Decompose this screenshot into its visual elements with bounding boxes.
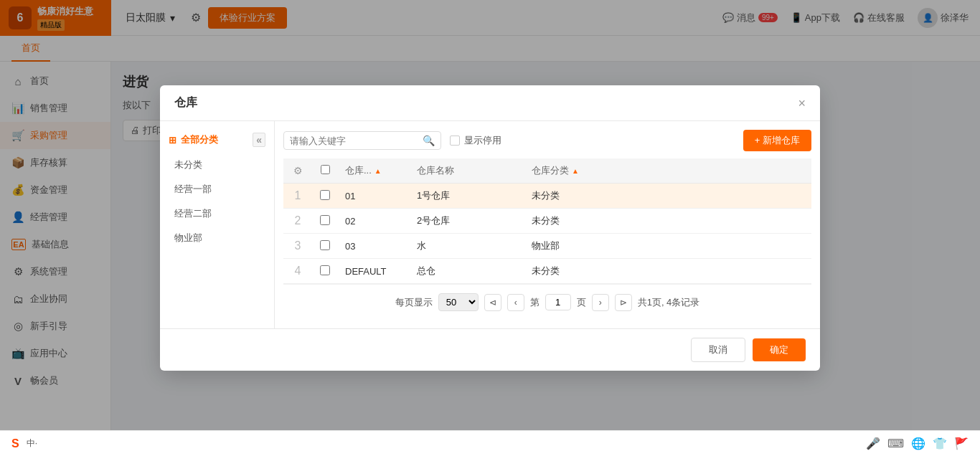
modal-header: 仓库 ×	[160, 85, 820, 121]
row-category: 未分类	[524, 209, 811, 234]
show-disabled-label: 显示停用	[464, 134, 501, 147]
row-category: 未分类	[524, 259, 811, 284]
row-name: 2号仓库	[410, 209, 524, 234]
row-action[interactable]: 4	[283, 259, 312, 284]
row-code: 03	[338, 234, 410, 259]
category-item-ops2[interactable]: 经营二部	[160, 201, 274, 226]
row-checkbox-cell	[312, 209, 338, 234]
category-all-label: 全部分类	[181, 133, 218, 146]
table-wrapper: ⚙ 仓库...▲ 仓库名称 仓库分类▲	[283, 158, 811, 284]
row-category: 物业部	[524, 234, 811, 259]
pagination: 每页显示 50 20 100 ⊲ ‹ 第 页 › ⊳ 共1页, 4条记录	[283, 284, 811, 320]
row-select-checkbox[interactable]	[320, 265, 330, 275]
row-select-checkbox[interactable]	[320, 215, 330, 225]
search-box: 🔍	[283, 131, 441, 150]
warehouse-table: ⚙ 仓库...▲ 仓库名称 仓库分类▲	[283, 158, 811, 284]
row-action[interactable]: 2	[283, 209, 312, 234]
table-toolbar-left: 🔍 显示停用	[283, 131, 501, 150]
row-name: 水	[410, 234, 524, 259]
table-area: 🔍 显示停用 + 新增仓库 ⚙	[275, 121, 820, 328]
category-sidebar: ⊞ 全部分类 « 未分类 经营一部 经营二部 物业部	[160, 121, 275, 328]
translate-icon[interactable]: 🌐	[911, 437, 925, 450]
table-header-row: ⚙ 仓库...▲ 仓库名称 仓库分类▲	[283, 158, 811, 184]
row-code: 01	[338, 184, 410, 209]
shirt-icon[interactable]: 👕	[933, 437, 947, 450]
modal-footer: 取消 确定	[160, 328, 820, 371]
bottom-logo: S	[11, 437, 19, 450]
modal-backdrop: 仓库 × ⊞ 全部分类 « 未分类 经营一部 经营二部 物业部	[0, 0, 980, 456]
page-info: 共1页, 4条记录	[638, 296, 700, 309]
row-checkbox-cell	[312, 259, 338, 284]
modal-body: ⊞ 全部分类 « 未分类 经营一部 经营二部 物业部 🔍	[160, 121, 820, 328]
flag-icon[interactable]: 🚩	[954, 437, 969, 450]
search-input[interactable]	[290, 136, 423, 146]
select-all-checkbox[interactable]	[321, 165, 330, 174]
page-prev-btn[interactable]: ‹	[507, 294, 524, 311]
show-disabled-checkbox[interactable]	[450, 136, 460, 146]
category-item-ops1[interactable]: 经营一部	[160, 177, 274, 201]
collapse-icon[interactable]: «	[253, 133, 265, 147]
keyboard-icon[interactable]: ⌨	[887, 437, 904, 450]
page-last-btn[interactable]: ⊳	[615, 294, 632, 311]
table-row[interactable]: 3 03 水 物业部	[283, 234, 811, 259]
modal-close-btn[interactable]: ×	[798, 97, 806, 110]
bottom-bar: S 中· 🎤 ⌨ 🌐 👕 🚩	[0, 430, 980, 456]
row-code: DEFAULT	[338, 259, 410, 284]
row-name: 总仓	[410, 259, 524, 284]
bottom-text: 中·	[27, 437, 37, 450]
row-category: 未分类	[524, 184, 811, 209]
search-icon[interactable]: 🔍	[423, 135, 435, 146]
per-page-select[interactable]: 50 20 100	[438, 293, 479, 311]
table-row[interactable]: 4 DEFAULT 总仓 未分类	[283, 259, 811, 284]
page-label: 第	[530, 296, 540, 309]
col-code: 仓库...▲	[338, 158, 410, 184]
show-disabled-toggle[interactable]: 显示停用	[450, 134, 501, 147]
category-item-unclassified[interactable]: 未分类	[160, 153, 274, 177]
category-all-header[interactable]: ⊞ 全部分类 «	[160, 127, 274, 153]
confirm-btn[interactable]: 确定	[753, 338, 806, 361]
table-toolbar: 🔍 显示停用 + 新增仓库	[283, 130, 811, 151]
row-checkbox-cell	[312, 234, 338, 259]
category-item-property[interactable]: 物业部	[160, 226, 274, 250]
page-number-input[interactable]	[545, 294, 571, 310]
row-select-checkbox[interactable]	[320, 240, 330, 250]
col-checkbox	[312, 158, 338, 184]
row-action[interactable]: 3	[283, 234, 312, 259]
row-select-checkbox[interactable]	[320, 190, 330, 200]
page-first-btn[interactable]: ⊲	[484, 294, 501, 311]
per-page-label: 每页显示	[395, 296, 433, 309]
col-gear: ⚙	[283, 158, 312, 184]
modal-title: 仓库	[174, 95, 197, 110]
category-grid-icon: ⊞	[169, 135, 176, 146]
cancel-btn[interactable]: 取消	[691, 338, 745, 362]
mic-icon[interactable]: 🎤	[866, 437, 880, 450]
row-action[interactable]: 1	[283, 184, 312, 209]
cat-sort-icon: ▲	[572, 167, 579, 175]
row-checkbox-cell	[312, 184, 338, 209]
bottom-icons: 🎤 ⌨ 🌐 👕 🚩	[866, 437, 969, 450]
row-name: 1号仓库	[410, 184, 524, 209]
page-unit: 页	[577, 296, 586, 309]
col-category: 仓库分类▲	[524, 158, 811, 184]
table-row[interactable]: 2 02 2号仓库 未分类	[283, 209, 811, 234]
table-body: 1 01 1号仓库 未分类 2 02 2号仓库 未分类 3 03 水 物业部 4	[283, 184, 811, 284]
table-row[interactable]: 1 01 1号仓库 未分类	[283, 184, 811, 209]
row-code: 02	[338, 209, 410, 234]
col-name: 仓库名称	[410, 158, 524, 184]
page-next-btn[interactable]: ›	[592, 294, 609, 311]
code-sort-icon: ▲	[374, 167, 382, 175]
warehouse-modal: 仓库 × ⊞ 全部分类 « 未分类 经营一部 经营二部 物业部	[160, 85, 820, 371]
gear-header-icon: ⚙	[293, 165, 303, 176]
new-warehouse-btn[interactable]: + 新增仓库	[743, 130, 811, 151]
